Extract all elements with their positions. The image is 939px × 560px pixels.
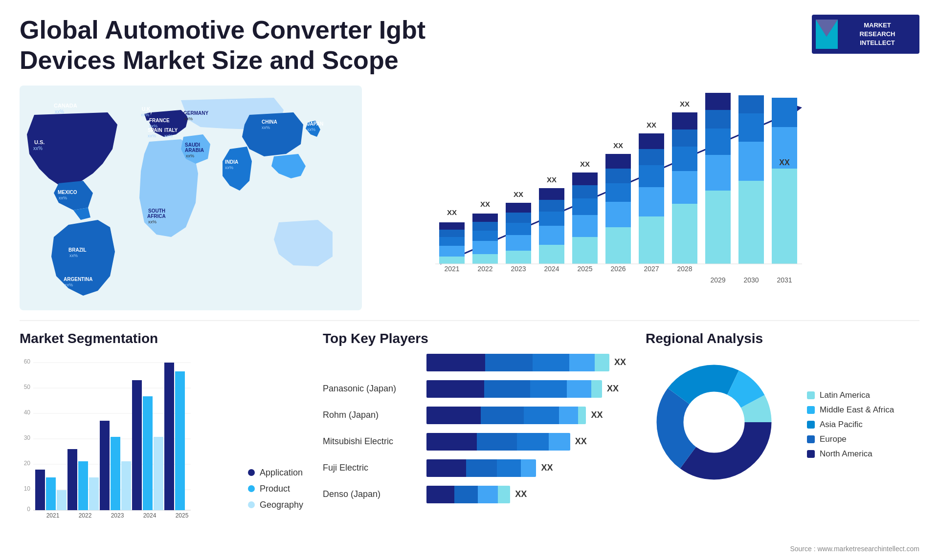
svg-text:2021: 2021 xyxy=(46,512,60,519)
svg-rect-70 xyxy=(772,169,797,264)
player-value-denso: XX xyxy=(515,489,527,499)
svg-text:2030: 2030 xyxy=(743,276,759,284)
player-name-mitsubishi: Mitsubishi Electric xyxy=(323,436,421,447)
svg-text:60: 60 xyxy=(24,358,31,365)
svg-text:2025: 2025 xyxy=(176,512,189,519)
brazil-value: xx% xyxy=(69,253,78,258)
svg-rect-13 xyxy=(472,222,498,231)
header: Global Automotive Converter Igbt Devices… xyxy=(0,0,939,86)
player-value-rohm: XX xyxy=(591,410,603,420)
application-legend-label: Application xyxy=(260,468,303,478)
seg-bar-2021-app xyxy=(35,470,45,510)
svg-text:2027: 2027 xyxy=(644,265,659,273)
svg-rect-65 xyxy=(738,181,764,264)
players-chart: XX Panasonic (Japan) XX xyxy=(323,354,626,503)
svg-rect-6 xyxy=(439,230,465,237)
bar-2022: XX 2022 xyxy=(472,200,498,273)
growth-chart: XX 2021 XX 2022 XX 2023 xyxy=(381,86,919,320)
svg-text:XX: XX xyxy=(647,121,656,129)
seg-bar-2022-prod xyxy=(78,461,88,510)
bar-2024: XX 2024 xyxy=(539,175,564,273)
india-value: xx% xyxy=(225,165,233,170)
svg-rect-47 xyxy=(639,165,664,187)
segmentation-section: Market Segmentation 60 50 40 30 20 10 0 xyxy=(20,331,303,560)
regional-section: Regional Analysis xyxy=(646,331,919,560)
svg-rect-19 xyxy=(506,223,531,235)
germany-value: xx% xyxy=(184,116,193,121)
uk-label: U.K. xyxy=(142,107,152,112)
seg-bar-2023-prod xyxy=(111,437,120,510)
svg-rect-45 xyxy=(639,216,664,264)
svg-rect-17 xyxy=(506,251,531,264)
player-value-1: XX xyxy=(614,357,626,367)
player-row-mitsubishi: Mitsubishi Electric XX xyxy=(323,433,626,451)
bar-2030: 2030 xyxy=(738,95,764,284)
svg-text:XX: XX xyxy=(613,141,623,150)
svg-text:2031: 2031 xyxy=(777,276,792,284)
geography-legend-label: Geography xyxy=(260,500,303,510)
player-name-panasonic: Panasonic (Japan) xyxy=(323,384,421,394)
italy-value: xx% xyxy=(164,133,173,138)
svg-rect-12 xyxy=(472,231,498,241)
segmentation-title: Market Segmentation xyxy=(20,331,303,346)
india-label: INDIA xyxy=(225,159,238,165)
svg-rect-33 xyxy=(572,198,598,215)
svg-text:XX: XX xyxy=(547,175,557,184)
svg-rect-62 xyxy=(705,110,731,129)
player-name-fuji: Fuji Electric xyxy=(323,463,421,473)
svg-rect-67 xyxy=(738,113,764,142)
canada-value: xx% xyxy=(55,109,64,114)
player-value-mitsubishi: XX xyxy=(575,436,587,447)
logo-text: MARKET RESEARCH INTELLECT xyxy=(860,21,895,48)
us-label: U.S. xyxy=(34,139,45,145)
donut-center xyxy=(685,393,743,452)
player-value-fuji: XX xyxy=(541,463,553,473)
seg-bar-2021-prod xyxy=(46,477,56,510)
svg-rect-54 xyxy=(672,147,697,171)
seg-bar-2024-prod xyxy=(143,396,153,510)
spain-value: xx% xyxy=(148,133,156,138)
bar-2028: XX 2028 xyxy=(672,100,697,273)
legend-item-product: Product xyxy=(248,484,303,494)
svg-rect-10 xyxy=(472,254,498,264)
asia-pacific-label: Asia Pacific xyxy=(820,420,863,430)
donut-chart xyxy=(646,354,782,491)
svg-rect-28 xyxy=(539,188,564,200)
svg-text:XX: XX xyxy=(680,100,690,108)
svg-rect-66 xyxy=(738,142,764,181)
svg-rect-55 xyxy=(672,129,697,147)
svg-rect-61 xyxy=(705,129,731,155)
seg-bar-2025-app xyxy=(164,363,174,510)
svg-rect-32 xyxy=(572,215,598,237)
product-legend-dot xyxy=(248,485,255,492)
player-value-panasonic: XX xyxy=(607,384,619,394)
svg-rect-11 xyxy=(472,241,498,254)
svg-text:2026: 2026 xyxy=(610,265,626,273)
svg-text:10: 10 xyxy=(24,485,31,492)
svg-rect-72 xyxy=(772,98,797,127)
svg-rect-4 xyxy=(439,246,465,257)
bar-2025: XX 2025 xyxy=(572,160,598,273)
svg-rect-39 xyxy=(605,202,631,227)
player-name-denso: Denso (Japan) xyxy=(323,489,421,499)
svg-text:2024: 2024 xyxy=(143,512,156,519)
world-map: CANADA xx% U.S. xx% MEXICO xx% BRAZIL xx… xyxy=(20,86,362,320)
north-america-label: North America xyxy=(820,449,872,459)
latin-america-dot xyxy=(807,391,815,399)
mexico-label: MEXICO xyxy=(58,190,77,195)
svg-text:0: 0 xyxy=(27,506,30,513)
legend-europe: Europe xyxy=(807,434,894,444)
argentina-value: xx% xyxy=(65,282,73,287)
svg-rect-14 xyxy=(472,214,498,222)
svg-rect-63 xyxy=(705,93,731,110)
brazil-label: BRAZIL xyxy=(68,247,87,253)
svg-text:2022: 2022 xyxy=(477,265,492,273)
bar-chart-svg: XX 2021 XX 2022 XX 2023 xyxy=(411,90,812,305)
svg-text:2022: 2022 xyxy=(79,512,92,519)
svg-rect-68 xyxy=(738,95,764,113)
uk-value: xx% xyxy=(141,112,149,117)
legend-item-geography: Geography xyxy=(248,500,303,510)
seg-bar-2021-geo xyxy=(57,490,67,510)
map-svg: CANADA xx% U.S. xx% MEXICO xx% BRAZIL xx… xyxy=(20,86,362,310)
svg-rect-25 xyxy=(539,226,564,245)
